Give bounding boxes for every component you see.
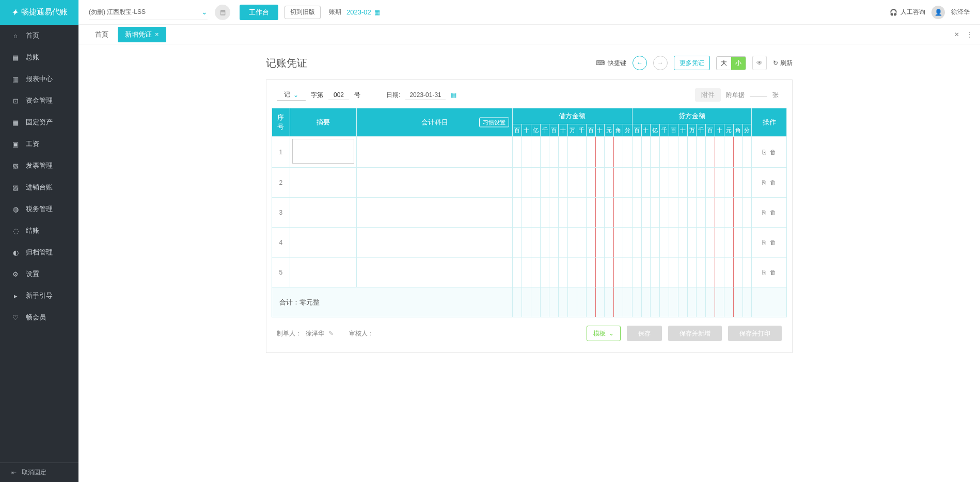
money-cell[interactable]	[559, 258, 568, 287]
money-cell[interactable]	[605, 137, 614, 168]
money-cell[interactable]	[568, 228, 577, 258]
period-value[interactable]: 2023-02	[346, 8, 371, 16]
money-cell[interactable]	[641, 198, 651, 228]
delete-row-icon[interactable]: 🗑	[770, 209, 776, 216]
money-cell[interactable]	[697, 258, 706, 287]
money-cell[interactable]	[651, 168, 660, 198]
summary-cell[interactable]	[290, 198, 356, 228]
money-cell[interactable]	[605, 198, 614, 228]
money-cell[interactable]	[568, 137, 577, 168]
money-cell[interactable]	[697, 137, 706, 168]
money-cell[interactable]	[531, 137, 540, 168]
money-cell[interactable]	[513, 137, 522, 168]
money-cell[interactable]	[660, 258, 669, 287]
more-voucher-button[interactable]: 更多凭证	[674, 56, 710, 70]
money-cell[interactable]	[660, 198, 669, 228]
tab-menu-icon[interactable]: ⋮	[965, 29, 975, 40]
date-value[interactable]: 2023-01-31	[405, 90, 445, 100]
money-cell[interactable]	[549, 228, 559, 258]
money-cell[interactable]	[706, 258, 715, 287]
money-cell[interactable]	[549, 137, 559, 168]
money-cell[interactable]	[614, 258, 623, 287]
money-cell[interactable]	[706, 168, 715, 198]
money-cell[interactable]	[586, 258, 595, 287]
money-cell[interactable]	[595, 137, 605, 168]
money-cell[interactable]	[678, 168, 687, 198]
user-avatar[interactable]: 👤	[931, 6, 945, 19]
voucher-type-select[interactable]: 记 ⌄	[277, 89, 306, 101]
money-cell[interactable]	[605, 258, 614, 287]
money-cell[interactable]	[678, 228, 687, 258]
summary-cell[interactable]	[290, 137, 356, 168]
refresh-button[interactable]: ↻ 刷新	[773, 59, 793, 68]
money-cell[interactable]	[522, 168, 531, 198]
sidebar-item-2[interactable]: ▥报表中心	[0, 68, 78, 90]
money-cell[interactable]	[614, 198, 623, 228]
money-cell[interactable]	[669, 258, 678, 287]
money-cell[interactable]	[531, 228, 540, 258]
money-cell[interactable]	[641, 137, 651, 168]
calendar-icon[interactable]: ▦	[374, 9, 380, 16]
money-cell[interactable]	[651, 137, 660, 168]
copy-row-icon[interactable]: ⎘	[762, 239, 766, 246]
close-icon[interactable]: ×	[155, 30, 159, 38]
money-cell[interactable]	[678, 198, 687, 228]
document-icon[interactable]: ▤	[215, 5, 230, 20]
copy-row-icon[interactable]: ⎘	[762, 149, 766, 156]
sidebar-item-7[interactable]: ▨进销台账	[0, 176, 78, 198]
money-cell[interactable]	[531, 258, 540, 287]
sidebar-unpin[interactable]: ⇤ 取消固定	[0, 462, 78, 482]
money-cell[interactable]	[623, 198, 632, 228]
money-cell[interactable]	[697, 198, 706, 228]
money-cell[interactable]	[540, 198, 549, 228]
money-cell[interactable]	[733, 137, 742, 168]
money-cell[interactable]	[687, 258, 697, 287]
money-cell[interactable]	[715, 198, 724, 228]
money-cell[interactable]	[586, 228, 595, 258]
sidebar-item-12[interactable]: ▸新手引导	[0, 285, 78, 307]
money-cell[interactable]	[706, 198, 715, 228]
sidebar-item-1[interactable]: ▤总账	[0, 46, 78, 68]
money-cell[interactable]	[513, 228, 522, 258]
switch-old-button[interactable]: 切到旧版	[284, 6, 321, 19]
money-cell[interactable]	[559, 198, 568, 228]
delete-row-icon[interactable]: 🗑	[770, 269, 776, 276]
money-cell[interactable]	[568, 168, 577, 198]
support-link[interactable]: 🎧 人工咨询	[890, 8, 925, 17]
sidebar-item-4[interactable]: ▦固定资产	[0, 111, 78, 133]
money-cell[interactable]	[595, 198, 605, 228]
sidebar-item-9[interactable]: ◌结账	[0, 220, 78, 242]
money-cell[interactable]	[724, 137, 733, 168]
money-cell[interactable]	[733, 228, 742, 258]
habit-settings-button[interactable]: 习惯设置	[479, 118, 509, 127]
money-cell[interactable]	[678, 137, 687, 168]
subject-cell[interactable]	[357, 137, 513, 168]
money-cell[interactable]	[632, 228, 641, 258]
money-cell[interactable]	[651, 228, 660, 258]
summary-cell[interactable]	[290, 228, 356, 258]
money-cell[interactable]	[632, 258, 641, 287]
copy-row-icon[interactable]: ⎘	[762, 179, 766, 186]
money-cell[interactable]	[577, 198, 586, 228]
money-cell[interactable]	[623, 168, 632, 198]
money-cell[interactable]	[531, 198, 540, 228]
money-cell[interactable]	[549, 168, 559, 198]
save-print-button[interactable]: 保存并打印	[728, 326, 782, 341]
money-cell[interactable]	[577, 137, 586, 168]
money-cell[interactable]	[724, 258, 733, 287]
money-cell[interactable]	[651, 258, 660, 287]
money-cell[interactable]	[742, 137, 752, 168]
money-cell[interactable]	[632, 137, 641, 168]
money-cell[interactable]	[706, 228, 715, 258]
money-cell[interactable]	[724, 168, 733, 198]
tab-1[interactable]: 新增凭证×	[118, 27, 166, 42]
money-cell[interactable]	[531, 168, 540, 198]
tab-0[interactable]: 首页	[88, 27, 116, 42]
money-cell[interactable]	[687, 228, 697, 258]
money-cell[interactable]	[586, 137, 595, 168]
money-cell[interactable]	[733, 258, 742, 287]
money-cell[interactable]	[687, 168, 697, 198]
summary-cell[interactable]	[290, 258, 356, 287]
subject-cell[interactable]	[357, 168, 513, 198]
money-cell[interactable]	[614, 137, 623, 168]
